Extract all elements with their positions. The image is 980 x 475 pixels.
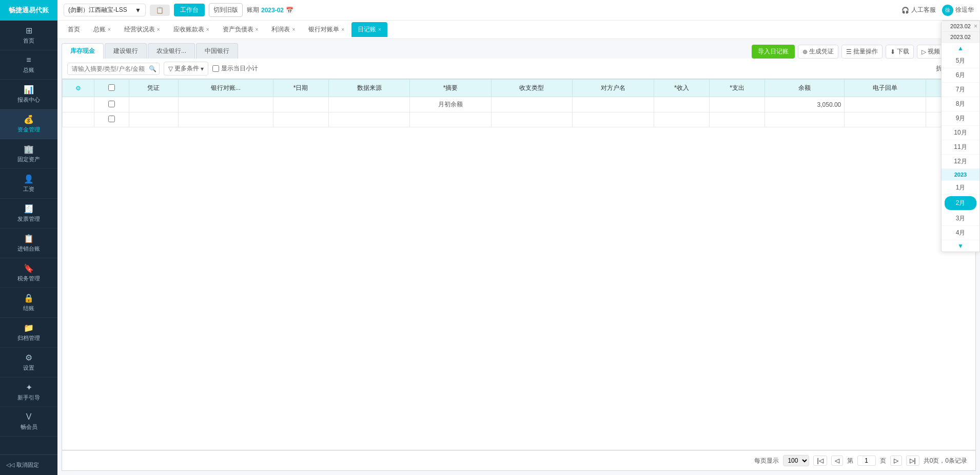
tab-home-label: 首页 (68, 25, 80, 34)
period-value[interactable]: 2023-02 (261, 7, 284, 14)
tab-journal[interactable]: 日记账 × (351, 22, 387, 37)
tab-receivable[interactable]: 应收账款表 × (167, 22, 215, 37)
tax-icon: 🔖 (24, 263, 34, 273)
customer-service[interactable]: 🎧 人工客服 (901, 6, 936, 14)
btn-workspace[interactable]: 工作台 (174, 4, 205, 16)
period-panel-close[interactable]: × (974, 23, 977, 30)
video-icon: ▷ (922, 48, 926, 55)
cell-bank-reconcile-2 (179, 112, 273, 127)
sidebar-item-assets[interactable]: 🏢 固定资产 (0, 139, 57, 169)
company-selector[interactable]: (勿删）江西融宝-LSS ▼ (64, 4, 146, 16)
tab-ledger[interactable]: 总账 × (87, 22, 117, 37)
search-input[interactable] (67, 63, 160, 75)
first-page-btn[interactable]: |◁ (813, 455, 827, 466)
sidebar-collapse-btn[interactable]: ◁◁ 取消固定 (0, 454, 57, 475)
tab-home[interactable]: 首页 (62, 22, 86, 37)
tab-assets-label: 资产负债表 (223, 25, 253, 34)
assets-icon: 🏢 (24, 144, 34, 154)
cell-balance-1: 3,050.00 (765, 97, 845, 112)
period-month-12[interactable]: 12月 (942, 155, 979, 169)
tab-assets-close[interactable]: × (256, 27, 259, 32)
sidebar-item-report[interactable]: 📊 报表中心 (0, 80, 57, 109)
btn-more-filter[interactable]: ▽ 更多条件 ▾ (164, 62, 208, 75)
period-panel-header-2: 2023.02 (942, 32, 979, 43)
sidebar-item-tax[interactable]: 🔖 税务管理 (0, 258, 57, 288)
sidebar-item-member[interactable]: V 畅会员 (0, 407, 57, 436)
sidebar-item-ledger[interactable]: ≡ 总账 (0, 50, 57, 80)
btn-download[interactable]: ⬇ 下载 (886, 45, 914, 59)
prev-page-btn[interactable]: ◁ (831, 455, 843, 466)
sidebar-item-guide[interactable]: ✦ 新手引导 (0, 377, 57, 407)
btn-copy[interactable]: 📋 (150, 5, 170, 16)
period-month-2-active[interactable]: 2月 (945, 196, 976, 211)
closing-icon: 🔒 (24, 293, 34, 303)
period-month-6[interactable]: 6月 (942, 68, 979, 83)
sidebar-item-home[interactable]: ⊞ 首页 (0, 21, 57, 50)
period-month-10[interactable]: 10月 (942, 126, 979, 140)
cell-checkbox-2[interactable] (94, 112, 129, 127)
period-month-4[interactable]: 4月 (942, 226, 979, 240)
btn-generate-voucher[interactable]: ⊕ 生成凭证 (798, 45, 838, 59)
period-month-8[interactable]: 8月 (942, 97, 979, 111)
sub-tab-cash[interactable]: 库存现金 (62, 43, 104, 59)
next-page-btn[interactable]: ▷ (890, 455, 902, 466)
tab-profit[interactable]: 利润表 × (265, 22, 301, 37)
sub-tab-boc[interactable]: 中国银行 (196, 43, 238, 59)
sidebar-item-sales[interactable]: 📋 进销台账 (0, 229, 57, 258)
btn-old-version[interactable]: 切到旧版 (209, 3, 243, 17)
sub-tab-ccb[interactable]: 建设银行 (105, 43, 147, 59)
sidebar-item-invoice[interactable]: 🧾 发票管理 (0, 199, 57, 229)
btn-import-journal[interactable]: 导入日记账 (752, 45, 795, 59)
btn-video[interactable]: ▷ 视频 (917, 45, 945, 59)
show-daily-total-label[interactable]: 显示当日小计 (212, 64, 258, 73)
tab-profit-close[interactable]: × (292, 27, 295, 32)
tab-receivable-close[interactable]: × (206, 27, 209, 32)
page-label: 第 (847, 457, 853, 465)
period-month-5[interactable]: 5月 (942, 54, 979, 68)
search-icon[interactable]: 🔍 (149, 65, 156, 72)
tab-journal-close[interactable]: × (378, 27, 381, 32)
sidebar-item-settings[interactable]: ⚙ 设置 (0, 348, 57, 377)
cell-income-1 (654, 97, 709, 112)
sub-tab-abc[interactable]: 农业银行... (148, 43, 195, 59)
show-daily-total-checkbox[interactable] (212, 65, 219, 72)
cell-checkbox-1[interactable] (94, 97, 129, 112)
btn-batch-operation[interactable]: ☰ 批量操作 (841, 45, 883, 59)
cell-date-2 (273, 112, 328, 127)
period-year-2023: 2023 (942, 169, 979, 181)
period-month-11[interactable]: 11月 (942, 140, 979, 155)
per-page-select[interactable]: 100 50 200 (783, 455, 809, 466)
tab-bank-reconcile[interactable]: 银行对账单 × (302, 22, 350, 37)
period-scroll-down[interactable]: ▼ (942, 240, 979, 252)
th-settings[interactable]: ⚙ (63, 80, 94, 97)
tab-management[interactable]: 经营状况表 × (118, 22, 166, 37)
period-month-9[interactable]: 9月 (942, 111, 979, 126)
table-settings-icon[interactable]: ⚙ (75, 85, 81, 92)
calendar-icon[interactable]: 📅 (286, 7, 293, 14)
select-all-checkbox[interactable] (108, 84, 115, 91)
current-page-input[interactable] (857, 455, 876, 466)
company-dropdown-icon: ▼ (135, 7, 141, 14)
th-income-type: 收支类型 (491, 80, 572, 97)
sidebar-item-closing-label: 结账 (23, 305, 34, 312)
tab-assets[interactable]: 资产负债表 × (217, 22, 265, 37)
sidebar-item-archive[interactable]: 📁 归档管理 (0, 318, 57, 348)
tab-ledger-close[interactable]: × (108, 27, 111, 32)
last-page-btn[interactable]: ▷| (906, 455, 919, 466)
period-month-3[interactable]: 3月 (942, 212, 979, 226)
period-month-1[interactable]: 1月 (942, 181, 979, 195)
tab-management-close[interactable]: × (157, 27, 160, 32)
sidebar-item-payroll[interactable]: 👤 工资 (0, 169, 57, 199)
period-month-7[interactable]: 7月 (942, 83, 979, 97)
tab-bank-reconcile-close[interactable]: × (341, 27, 344, 32)
pagination-bar: 每页显示 100 50 200 |◁ ◁ 第 页 ▷ ▷| 共0页，0条记录 (62, 450, 976, 471)
th-checkbox[interactable] (94, 80, 129, 97)
sidebar-item-closing[interactable]: 🔒 结账 (0, 288, 57, 318)
period-scroll-up[interactable]: ▲ (942, 43, 979, 54)
sidebar-item-fund[interactable]: 💰 资金管理 (0, 109, 57, 139)
main-content: (勿删）江西融宝-LSS ▼ 📋 工作台 切到旧版 账期 2023-02 📅 🎧… (57, 0, 980, 475)
sidebar-item-archive-label: 归档管理 (17, 334, 40, 342)
sidebar-item-member-label: 畅会员 (21, 423, 37, 431)
user-info[interactable]: 徐 徐逗华 (942, 5, 974, 16)
cell-counterpart-1 (573, 97, 654, 112)
